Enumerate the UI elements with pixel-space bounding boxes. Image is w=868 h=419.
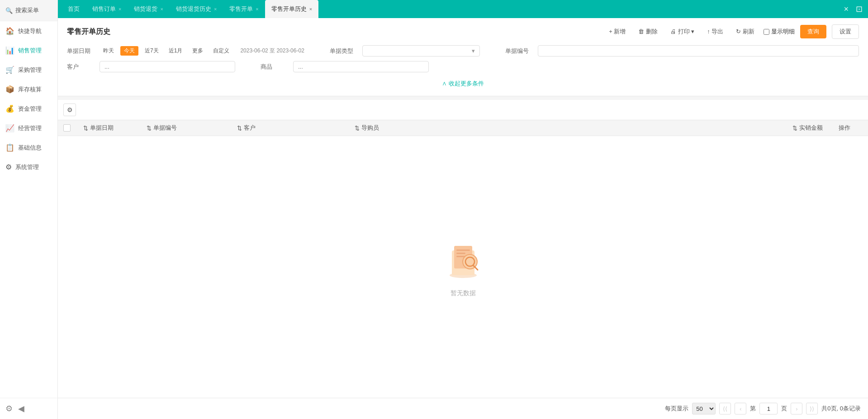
- pagination-next-button[interactable]: ›: [791, 403, 802, 414]
- export-button[interactable]: ↑ 导出: [703, 26, 727, 38]
- tab-retail-open-history-close[interactable]: ×: [309, 6, 312, 12]
- date-btn-last-month[interactable]: 近1月: [165, 46, 186, 56]
- filter-row-2: 客户 商品: [67, 61, 859, 72]
- sidebar-item-quick-nav[interactable]: 🏠 快捷导航: [0, 21, 57, 41]
- th-customer[interactable]: ⇅ 客户: [233, 124, 351, 132]
- home-icon: 🏠: [5, 27, 14, 35]
- table-toolbar-row: ⚙: [58, 100, 868, 120]
- bill-type-label: 单据类型: [330, 47, 355, 55]
- date-btn-last7[interactable]: 近7天: [141, 46, 162, 56]
- add-label: + 新增: [609, 28, 626, 36]
- collapse-sidebar-button[interactable]: ◀: [18, 404, 24, 414]
- th-amount[interactable]: ⇅ 实销金额: [423, 124, 826, 132]
- header-checkbox[interactable]: [63, 124, 71, 132]
- goods-text-input[interactable]: [298, 63, 424, 70]
- date-btn-yesterday[interactable]: 昨天: [100, 46, 118, 56]
- refresh-label: ↻ 刷新: [736, 28, 754, 36]
- main-content: 首页 销售订单 × 销货退货 × 销货退货历史 × 零售开单 × 零售开单历史 …: [58, 0, 868, 419]
- sales-icon: 📊: [5, 46, 14, 55]
- sidebar-footer: ⚙ ◀: [0, 398, 57, 419]
- tab-sales-order-close[interactable]: ×: [119, 6, 121, 12]
- sidebar-search[interactable]: 🔍 搜索采单: [0, 0, 57, 21]
- sidebar-item-label: 资金管理: [18, 105, 42, 113]
- per-page-select[interactable]: 50 10 20 100: [692, 403, 716, 414]
- th-bill-no[interactable]: ⇅ 单据编号: [143, 124, 233, 132]
- th-date[interactable]: ⇅ 单据日期: [80, 124, 143, 132]
- bill-no-label: 单据编号: [505, 47, 531, 55]
- refresh-button[interactable]: ↻ 刷新: [732, 26, 758, 38]
- print-button[interactable]: 🖨 打印 ▾: [667, 26, 698, 38]
- tab-sales-return-close[interactable]: ×: [160, 6, 163, 12]
- tab-retail-open-label: 零售开单: [229, 5, 253, 13]
- sidebar-item-label: 销售管理: [18, 47, 42, 55]
- show-detail-label: 显示明细: [771, 28, 795, 36]
- sidebar-item-sales-mgmt[interactable]: 📊 销售管理: [0, 41, 57, 60]
- th-amount-label: 实销金额: [799, 124, 823, 132]
- settings-panel-button[interactable]: 设置: [832, 24, 859, 39]
- sidebar-item-operations[interactable]: 📈 经营管理: [0, 118, 57, 138]
- date-btn-custom[interactable]: 自定义: [209, 46, 233, 56]
- page-title: 零售开单历史: [67, 27, 110, 37]
- sidebar-item-purchase-mgmt[interactable]: 🛒 采购管理: [0, 60, 57, 80]
- show-detail-input[interactable]: [764, 29, 769, 35]
- tab-home-label: 首页: [68, 5, 80, 13]
- window-icon[interactable]: ⊡: [854, 2, 864, 16]
- sidebar-item-inventory[interactable]: 📦 库存核算: [0, 80, 57, 99]
- tab-retail-open-history[interactable]: 零售开单历史 ×: [265, 0, 318, 18]
- sidebar-item-finance[interactable]: 💰 资金管理: [0, 99, 57, 118]
- sidebar-item-basic-info[interactable]: 📋 基础信息: [0, 138, 57, 157]
- sidebar-item-label: 系统管理: [15, 163, 39, 171]
- pagination-first-button[interactable]: ⟨⟨: [719, 403, 731, 414]
- th-amount-sort-icon: ⇅: [792, 125, 797, 132]
- tabs-bar: 首页 销售订单 × 销货退货 × 销货退货历史 × 零售开单 × 零售开单历史 …: [58, 0, 868, 18]
- gear-icon: ⚙: [67, 106, 73, 113]
- date-range-display: 2023-06-02 至 2023-06-02: [240, 47, 304, 55]
- th-guide-label: 导购员: [361, 124, 379, 132]
- tab-sales-return-history-close[interactable]: ×: [214, 6, 217, 12]
- tab-retail-open[interactable]: 零售开单 ×: [223, 0, 265, 18]
- tab-sales-return-history[interactable]: 销货退货历史 ×: [170, 0, 223, 18]
- date-btn-more[interactable]: 更多: [189, 46, 207, 56]
- customer-input[interactable]: [100, 61, 235, 72]
- page-header: 零售开单历史 + 新增 🗑 删除 🖨 打印 ▾ ↑ 导出 ↻: [58, 18, 868, 96]
- sidebar-search-label: 搜索采单: [15, 6, 39, 14]
- sidebar-item-system-mgmt[interactable]: ⚙ 系统管理: [0, 157, 57, 177]
- inventory-icon: 📦: [5, 85, 14, 94]
- customer-text-input[interactable]: [104, 63, 230, 70]
- pagination-last-button[interactable]: ⟩⟩: [806, 403, 818, 414]
- tab-retail-open-close[interactable]: ×: [256, 6, 258, 12]
- show-detail-checkbox[interactable]: 显示明细: [764, 28, 795, 36]
- th-guide[interactable]: ⇅ 导购员: [351, 124, 423, 132]
- finance-icon: 💰: [5, 104, 14, 113]
- content-area: 零售开单历史 + 新增 🗑 删除 🖨 打印 ▾ ↑ 导出 ↻: [58, 18, 868, 419]
- pagination-prev-button[interactable]: ‹: [735, 403, 746, 414]
- th-customer-label: 客户: [244, 124, 256, 132]
- goods-input[interactable]: [293, 61, 429, 72]
- per-page-label: 每页显示: [665, 405, 688, 413]
- tab-home[interactable]: 首页: [62, 0, 86, 18]
- pagination-summary: 共0页, 0条记录: [821, 405, 861, 413]
- bill-no-input[interactable]: [538, 45, 859, 56]
- date-btn-today[interactable]: 今天: [120, 46, 138, 56]
- query-button[interactable]: 查询: [800, 25, 826, 38]
- tabs-right: × ⊡: [842, 2, 864, 16]
- delete-button[interactable]: 🗑 删除: [635, 26, 661, 38]
- add-button[interactable]: + 新增: [605, 26, 629, 38]
- page-number-input[interactable]: [759, 403, 778, 414]
- purchase-icon: 🛒: [5, 66, 14, 74]
- search-icon: 🔍: [5, 7, 13, 14]
- bill-no-text-input[interactable]: [543, 47, 854, 54]
- svg-rect-3: [456, 250, 470, 251]
- tab-sales-return[interactable]: 销货退货 ×: [128, 0, 169, 18]
- settings-button[interactable]: ⚙: [5, 404, 13, 414]
- filter-row-1: 单据日期 昨天 今天 近7天 近1月 更多 自定义 2023-06-02 至 2…: [67, 45, 859, 56]
- th-action-label: 操作: [839, 124, 850, 132]
- export-label: ↑ 导出: [707, 28, 723, 36]
- empty-illustration: [441, 237, 486, 282]
- collapse-button[interactable]: ∧ 收起更多条件: [435, 78, 491, 89]
- pagination-page-label: 第: [750, 405, 756, 413]
- table-settings-button[interactable]: ⚙: [63, 104, 76, 116]
- close-all-tabs-button[interactable]: ×: [842, 3, 850, 16]
- tab-sales-order[interactable]: 销售订单 ×: [86, 0, 128, 18]
- bill-type-select[interactable]: ▾: [362, 45, 480, 56]
